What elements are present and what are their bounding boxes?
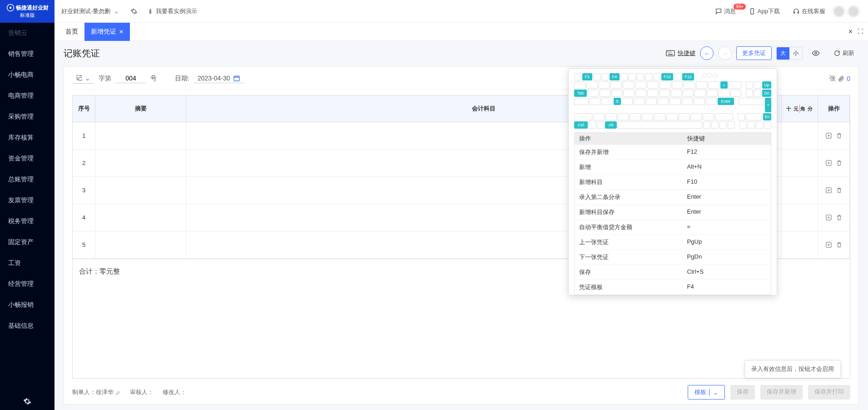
prev-voucher-button[interactable]: ← [700,46,714,60]
size-toggle[interactable]: 大 小 [776,47,803,60]
svg-rect-6 [670,52,671,53]
keyboard-diagram: F1 F4 F10 F12 = [574,73,771,129]
gear-icon [23,397,31,405]
svg-point-1 [9,7,11,9]
close-icon[interactable]: ✕ [119,29,124,35]
hand-icon [147,8,154,15]
sidebar-item[interactable]: 采购管理 [0,106,55,127]
sidebar-item[interactable]: 固定资产 [0,232,55,253]
brand-logo-icon [6,4,15,12]
shortcut-keys-button[interactable]: 快捷键 [666,49,695,57]
label: 号 [150,75,157,83]
svg-rect-7 [668,54,673,55]
svg-point-8 [815,52,817,55]
svg-rect-3 [666,50,675,56]
voucher-number-input[interactable] [116,74,146,83]
keyboard-icon [666,50,675,56]
logo: 畅捷通好业财 标准版 [0,0,55,23]
sidebar-item[interactable]: 销售管理 [0,44,55,65]
add-row-icon[interactable] [825,132,832,139]
add-row-icon[interactable] [825,241,832,248]
eye-icon [812,49,820,57]
app-download-button[interactable]: App下载 [744,7,784,15]
settings-gear-button[interactable] [126,8,142,15]
th-action: 操作 [818,95,850,122]
delete-row-icon[interactable] [836,214,843,221]
modifier-label: 修改人： [163,388,186,396]
save-new-button: 保存并新增 [760,385,803,400]
next-voucher-button[interactable]: → [718,46,732,60]
messages-button[interactable]: 消息 99+ [710,7,740,15]
sidebar-item[interactable]: 小畅电商 [0,65,55,85]
sidebar-item[interactable]: 发票管理 [0,190,55,211]
delete-row-icon[interactable] [836,160,843,166]
chevron-down-icon: ⌄ [709,389,718,396]
chevron-down-icon: ⌄ [85,75,90,82]
edit-icon[interactable] [115,390,121,395]
more-vouchers-button[interactable]: 更多凭证 [736,46,772,60]
shortcut-th-key: 快捷键 [683,133,771,145]
sidebar-item[interactable]: 库存核算 [0,127,55,148]
refresh-icon [833,50,841,57]
sidebar-settings-button[interactable] [0,393,55,410]
customer-service-button[interactable]: 在线客服 [788,7,830,15]
avatar[interactable] [833,6,844,17]
avatar-secondary[interactable] [848,6,859,17]
svg-rect-5 [669,52,670,53]
svg-rect-9 [234,76,239,81]
sidebar-item[interactable]: 税务管理 [0,211,55,232]
shortcut-row: 新增科目保存Enter [575,205,771,220]
chevron-down-icon: ⌄ [114,8,119,15]
sidebar-item[interactable]: 经营管理 [0,274,55,295]
add-row-icon[interactable] [825,160,832,166]
sidebar-item[interactable]: 电商管理 [0,85,55,106]
attachment-count[interactable]: 张 0 [829,75,850,83]
delete-row-icon[interactable] [836,241,843,248]
delete-row-icon[interactable] [836,187,843,194]
shortcut-row: 保存并新增F12 [575,145,771,160]
svg-rect-2 [751,9,754,14]
label: 日期: [175,75,189,83]
svg-rect-4 [667,52,668,53]
refresh-button[interactable]: 刷新 [829,49,859,57]
shortcut-row: 自动平衡借贷方金额= [575,220,771,235]
fullscreen-button[interactable]: ⛶ [858,28,863,35]
shortcut-row: 新增Alt+N [575,160,771,175]
shortcut-row: 录入第二条分录Enter [575,190,771,205]
shortcut-th-op: 操作 [575,133,683,145]
sidebar-item[interactable]: 工资 [0,253,55,274]
paperclip-icon [838,75,845,82]
company-selector[interactable]: 好业财测试-量勿删 ⌄ [55,7,126,15]
sidebar: 营销云 销售管理 小畅电商 电商管理 采购管理 库存核算 资金管理 总账管理 发… [0,23,55,410]
add-row-icon[interactable] [825,214,832,221]
shortcut-row: 保存Ctrl+S [575,265,771,280]
close-panel-button[interactable]: ✕ [848,28,853,35]
delete-row-icon[interactable] [836,132,843,139]
label: 字第 [99,75,111,83]
sidebar-item[interactable]: 总账管理 [0,169,55,190]
sidebar-item[interactable]: 基础信息 [0,315,55,336]
add-row-icon[interactable] [825,187,832,194]
voucher-type-select[interactable]: 记 ⌄ [72,73,94,84]
save-button: 保存 [730,385,755,400]
shortcut-row: 下一张凭证PgDn [575,250,771,265]
tab-new-voucher[interactable]: 新增凭证 ✕ [84,23,130,41]
th-number: 序号 [73,95,95,122]
demo-link[interactable]: 我要看实例演示 [142,7,202,15]
preview-button[interactable] [807,49,824,57]
page-title: 记账凭证 [64,47,100,60]
date-input[interactable]: 2023-04-30 [194,74,244,83]
tab-home[interactable]: 首页 [59,23,84,41]
sidebar-item[interactable]: 资金管理 [0,148,55,169]
shortcut-row: 凭证模板F4 [575,280,771,295]
phone-icon [749,8,756,15]
badge-count: 99+ [734,4,746,10]
auditor-label: 审核人： [130,388,154,396]
chat-icon [715,8,722,15]
gear-icon [130,8,138,15]
calendar-icon [233,75,240,82]
sidebar-item[interactable]: 小畅报销 [0,295,55,315]
template-button[interactable]: 模板 ⌄ [688,385,725,400]
save-print-button: 保存并打印 [808,385,850,400]
sidebar-item[interactable]: 营销云 [0,23,55,44]
